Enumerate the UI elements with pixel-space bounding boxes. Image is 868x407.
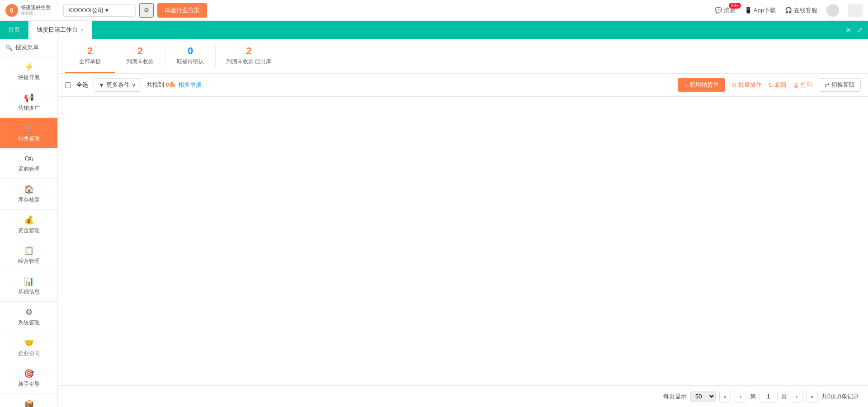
per-page-select[interactable]: 50 100 200 (690, 391, 716, 402)
stat-tab-overdue[interactable]: 2 到期未收款 (115, 39, 165, 73)
settings-button[interactable]: ⚙ (139, 3, 154, 18)
batch-operation-button[interactable]: ⊞ 批量操作 (731, 81, 762, 89)
refresh-button[interactable]: ↻ 刷新 (768, 81, 787, 89)
switch-icon: ⇄ (825, 82, 830, 89)
marketing-icon: 📢 (24, 93, 34, 103)
switch-version-button[interactable]: ⇄ 切换新版 (819, 78, 861, 92)
batch-label: 批量操作 (738, 81, 762, 89)
sidebar-label-marketing: 营销推广 (18, 104, 40, 112)
select-all-checkbox[interactable] (65, 82, 71, 88)
toolbar: 全选 ▼ 更多条件 ∨ 共找到 0条 相关单据 + 新增销货单 ⊞ 批量操作 (58, 74, 868, 97)
per-page-label: 每页显示 (663, 393, 687, 401)
tab-bar: 首页 钱货日清工作台 × ✕ ⤢ (0, 21, 868, 39)
finance-icon: 💰 (24, 215, 34, 225)
app-center-icon: 📦 (24, 399, 34, 407)
app-download-button[interactable]: 📱 App下载 (745, 6, 776, 14)
refresh-label: 刷新 (775, 81, 787, 89)
filter-button[interactable]: ▼ 更多条件 ∨ (94, 78, 141, 92)
select-all-label: 全选 (76, 81, 88, 89)
tab-workbench[interactable]: 钱货日清工作台 × (28, 21, 92, 39)
search-menu-label: 搜索菜单 (15, 43, 39, 51)
stat-label-all: 全部单据 (79, 58, 101, 65)
sidebar-item-system[interactable]: ⚙ 系统管理 (0, 302, 57, 332)
basic-info-icon: 📊 (24, 276, 34, 286)
new-btn-label: 新增销货单 (689, 81, 719, 89)
sidebar-item-quick-nav[interactable]: ⚡ 快捷导航 (0, 56, 57, 87)
sidebar-item-basic-info[interactable]: 📊 基础信息 (0, 271, 57, 302)
stat-label-pending: 旺铺待确认 (177, 58, 204, 65)
logo-area: 6 畅捷通好生意 标准版 (5, 4, 63, 17)
found-text: 共找到 0条 相关单据 (146, 81, 202, 89)
sidebar-label-enterprise: 企业协同 (18, 350, 40, 357)
page-suffix-label: 页 (781, 393, 787, 401)
sidebar-item-app-center[interactable]: 📦 应用中心 (0, 394, 57, 407)
sidebar-item-operations[interactable]: 📋 经营管理 (0, 240, 57, 271)
content-area: 2 全部单据 2 到期未收款 0 旺铺待确认 2 到期未收款 已出库 全选 (58, 39, 868, 407)
system-icon: ⚙ (25, 307, 33, 317)
pagination-summary: 共0页,0条记录 (821, 393, 859, 401)
stat-tab-all[interactable]: 2 全部单据 (65, 39, 115, 73)
company-selector[interactable]: XXXXXX公司 ▾ (63, 4, 136, 17)
toolbar-right: + 新增销货单 ⊞ 批量操作 ↻ 刷新 🖨 打印 ⇄ 切换新版 (678, 78, 861, 92)
stats-tabs: 2 全部单据 2 到期未收款 0 旺铺待确认 2 到期未收款 已出库 (58, 39, 868, 74)
sidebar-item-guide[interactable]: 🎯 新手引导 (0, 363, 57, 394)
quick-nav-icon: ⚡ (24, 62, 34, 72)
search-menu-item[interactable]: 🔍 搜索菜单 (0, 39, 57, 56)
sidebar-label-sales: 销售管理 (18, 135, 40, 143)
operations-icon: 📋 (24, 246, 34, 256)
message-button[interactable]: 💬 消息 99+ (715, 6, 736, 14)
tab-expand-icon[interactable]: ⤢ (857, 26, 863, 34)
last-page-button[interactable]: » (806, 391, 818, 402)
new-sales-order-button[interactable]: + 新增销货单 (678, 78, 725, 92)
sidebar-item-finance[interactable]: 💰 资金管理 (0, 210, 57, 240)
purchase-icon: 🛍 (25, 154, 33, 164)
app-download-label: App下载 (754, 6, 776, 14)
sidebar-item-inventory[interactable]: 🏠 库存核算 (0, 179, 57, 210)
gear-icon: ⚙ (144, 7, 149, 14)
stat-tab-pending[interactable]: 0 旺铺待确认 (165, 39, 215, 73)
enterprise-icon: 🤝 (24, 338, 34, 348)
batch-icon: ⊞ (731, 82, 736, 89)
sidebar-item-purchase[interactable]: 🛍 采购管理 (0, 149, 57, 179)
print-icon: 🖨 (793, 82, 799, 89)
message-badge: 99+ (729, 3, 741, 9)
prev-page-button[interactable]: ‹ (735, 391, 746, 402)
plus-icon: + (684, 82, 688, 89)
avatar[interactable] (826, 4, 839, 17)
search-icon: 🔍 (5, 44, 13, 51)
stat-label-overdue-shipped: 到期未收款 已出库 (226, 58, 271, 65)
next-page-button[interactable]: › (791, 391, 802, 402)
sidebar-item-sales[interactable]: 🛒 销售管理 (0, 118, 57, 149)
sidebar-label-basic-info: 基础信息 (18, 288, 40, 296)
download-icon: 📱 (745, 7, 752, 14)
print-button[interactable]: 🖨 打印 (793, 81, 812, 89)
tab-workbench-label: 钱货日清工作台 (37, 26, 78, 34)
refresh-icon: ↻ (768, 82, 773, 89)
message-icon: 💬 (715, 7, 722, 14)
switch-label: 切换新版 (831, 81, 855, 89)
tab-close-all-icon[interactable]: ✕ (845, 26, 851, 34)
stat-label-overdue: 到期未收款 (127, 58, 154, 65)
inventory-icon: 🏠 (24, 184, 34, 194)
user-menu[interactable] (848, 4, 863, 17)
app-logo-icon: 6 (5, 4, 18, 17)
stat-tab-overdue-shipped[interactable]: 2 到期未收款 已出库 (216, 39, 282, 73)
stat-num-all: 2 (87, 45, 93, 57)
page-number-input[interactable] (760, 391, 778, 402)
chevron-down-icon: ▾ (105, 7, 108, 14)
guide-icon: 🎯 (24, 369, 34, 379)
tab-home[interactable]: 首页 (0, 21, 28, 39)
related-link[interactable]: 相关单据 (178, 81, 202, 88)
tab-close-icon[interactable]: × (80, 27, 84, 33)
page-prefix-label: 第 (750, 393, 756, 401)
sidebar-item-marketing[interactable]: 📢 营销推广 (0, 87, 57, 118)
sales-icon: 🛒 (24, 123, 34, 133)
stat-num-pending: 0 (188, 45, 193, 57)
online-service-button[interactable]: 🎧 在线客服 (785, 6, 817, 14)
main-layout: 🔍 搜索菜单 ⚡ 快捷导航 📢 营销推广 🛒 销售管理 🛍 采购管理 🏠 库存核… (0, 39, 868, 407)
trial-button[interactable]: 体验行业方案 (157, 3, 207, 18)
sidebar-label-guide: 新手引导 (18, 380, 40, 388)
sidebar-item-enterprise[interactable]: 🤝 企业协同 (0, 332, 57, 363)
filter-icon: ▼ (99, 82, 104, 89)
first-page-button[interactable]: « (719, 391, 731, 402)
